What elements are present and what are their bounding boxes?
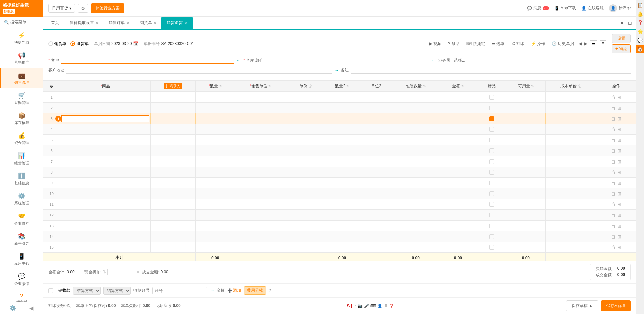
tab-sales-delivery[interactable]: 销货单 × [135,17,161,30]
amount-cell[interactable] [438,135,478,145]
gift-cell[interactable] [478,103,506,113]
gift-checkbox[interactable] [489,245,494,250]
quantity-cell[interactable] [196,124,235,135]
pack-qty-cell[interactable] [393,221,438,231]
unit2-cell[interactable] [359,221,393,231]
sale-unit-cell[interactable] [235,199,286,210]
available-cell[interactable] [506,210,545,221]
right-panel-help-icon[interactable]: ❓ [637,19,644,27]
tab-sales-return[interactable]: 销货退货 × [161,17,192,30]
unit2-cell[interactable] [359,113,393,124]
cost-price-cell[interactable] [545,188,596,199]
pack-qty-cell[interactable] [393,103,438,113]
gift-cell[interactable] [478,92,506,103]
gift-cell[interactable] [478,199,506,210]
amount-cell[interactable] [438,231,478,242]
amount-cell[interactable] [438,92,478,103]
gift-cell[interactable] [478,135,506,145]
copy-icon[interactable]: ⊞ [617,245,621,250]
quantity-cell[interactable] [196,188,235,199]
cost-price-cell[interactable] [545,221,596,231]
list-view-button[interactable]: ☰ [590,40,597,47]
qty2-cell[interactable] [325,199,359,210]
scan-button[interactable]: 扫码录入 [164,83,182,89]
salesperson-dots-button[interactable]: ··· [627,58,631,63]
app-download-item[interactable]: 📱 App下载 [554,5,576,11]
account-input[interactable] [152,287,207,294]
user-tool[interactable]: 👤 [377,304,382,308]
add-logistics-button[interactable]: + 物流 [612,44,631,53]
unit2-cell[interactable] [359,210,393,221]
video-button[interactable]: ▶ 视频 [427,40,443,47]
quantity-cell[interactable] [196,199,235,210]
ime-tool[interactable]: S中 [347,303,354,309]
product-cell[interactable] [60,156,150,167]
pack-qty-cell[interactable] [393,124,438,135]
account-type-select[interactable]: 结算方式 [103,287,131,295]
cost-price-cell[interactable] [545,242,596,253]
print-button[interactable]: 🖨 打印 [509,40,526,47]
quantity-cell[interactable] [196,92,235,103]
sidebar-item-wechat[interactable]: 💬 企业微信 [0,269,43,290]
sidebar-item-quick-nav[interactable]: ⚡ 快捷导航 [0,28,43,48]
gift-cell[interactable] [478,156,506,167]
product-cell[interactable] [60,188,150,199]
tab-sale-price[interactable]: 售价提取设置 × [64,17,103,30]
available-cell[interactable] [506,178,545,188]
amount-cell[interactable] [438,221,478,231]
unit2-cell[interactable] [359,156,393,167]
cost-price-cell[interactable] [545,145,596,156]
delete-icon[interactable]: 🗑 [611,105,616,111]
sale-unit-cell[interactable] [235,135,286,145]
prev-record-button[interactable]: ◀ [579,41,582,46]
tab-sales-order[interactable]: 销售订单 × [103,17,134,30]
gift-checkbox[interactable] [489,127,494,132]
gift-cell[interactable] [478,242,506,253]
available-cell[interactable] [506,199,545,210]
close-icon[interactable]: × [185,21,187,25]
unit2-cell[interactable] [359,167,393,178]
product-cell[interactable] [60,231,150,242]
remarks-input[interactable] [351,67,631,74]
one-click-checkbox[interactable] [48,288,53,293]
warehouse-input[interactable] [265,57,430,64]
sale-unit-cell[interactable] [235,178,286,188]
delete-icon[interactable]: 🗑 [611,159,616,164]
price-cell[interactable] [286,145,325,156]
account-dots-button[interactable]: ··· [211,288,214,293]
product-cell[interactable] [60,242,150,253]
product-cell[interactable] [60,221,150,231]
sidebar-item-finance[interactable]: 💰 资金管理 [0,129,43,149]
unit2-cell[interactable] [359,92,393,103]
product-cell[interactable] [60,92,150,103]
delete-icon[interactable]: 🗑 [611,202,616,207]
pack-qty-cell[interactable] [393,242,438,253]
gift-checkbox[interactable] [489,170,494,175]
fee-split-button[interactable]: 费用分摊 [244,286,266,295]
copy-icon[interactable]: ⊞ [617,180,621,186]
cost-price-cell[interactable] [545,135,596,145]
gift-cell[interactable] [478,178,506,188]
available-cell[interactable] [506,113,545,124]
price-cell[interactable] [286,178,325,188]
copy-icon[interactable]: ⊞ [617,127,621,132]
history-button[interactable]: 🕐 历史单据 [550,40,576,47]
gift-checkbox[interactable] [489,213,494,217]
copy-icon[interactable]: ⊞ [617,223,621,229]
help-tool[interactable]: ❓ [389,304,394,308]
cost-price-cell[interactable] [545,113,596,124]
qty2-cell[interactable] [325,210,359,221]
copy-icon[interactable]: ⊞ [617,202,621,207]
amount-cell[interactable] [438,103,478,113]
copy-icon[interactable]: ⊞ [617,191,621,196]
product-cell[interactable] [60,124,150,135]
copy-icon[interactable]: ⊞ [617,234,621,239]
collapse-icon[interactable]: ◀ [29,305,33,311]
qty2-cell[interactable] [325,113,359,124]
search-menu[interactable]: 🔍 搜索菜单 [0,17,43,28]
cost-price-cell[interactable] [545,156,596,167]
warehouse-dots-button[interactable]: ··· [432,58,436,63]
available-cell[interactable] [506,103,545,113]
price-cell[interactable] [286,103,325,113]
calendar-icon[interactable]: 📅 [133,41,138,46]
